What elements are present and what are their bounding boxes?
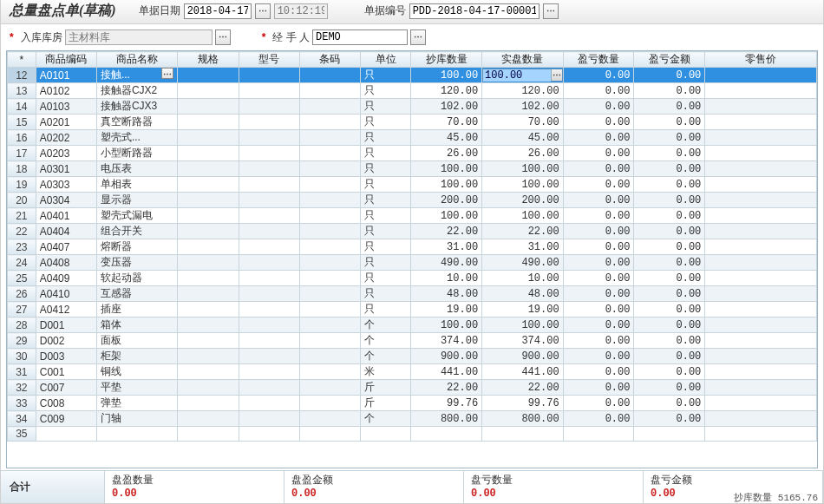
table-row[interactable]: 35 (8, 427, 817, 442)
cell-book-qty[interactable]: 102.00 (411, 99, 482, 115)
table-row[interactable]: 29D002面板个374.00374.000.000.00 (8, 333, 817, 349)
docno-input[interactable] (409, 3, 540, 19)
cell-actual-qty[interactable]: 22.00 (482, 380, 564, 396)
cell-actual-qty[interactable]: 200.00 (482, 193, 564, 208)
cell-book-qty[interactable]: 99.76 (411, 396, 482, 411)
cell-unit[interactable]: 只 (360, 271, 410, 286)
cell-barcode[interactable] (299, 115, 360, 130)
table-row[interactable]: 13A0102接触器CJX2只120.00120.000.000.00 (8, 83, 817, 99)
cell-code[interactable]: A0412 (36, 302, 96, 317)
cell-diff-qty[interactable]: 0.00 (563, 255, 634, 271)
cell-book-qty[interactable]: 26.00 (411, 146, 482, 161)
cell-retail[interactable] (705, 396, 817, 411)
cell-actual-qty[interactable]: 441.00 (482, 364, 564, 380)
cell-actual-qty[interactable]: 100.00 (482, 317, 564, 333)
row-number[interactable]: 35 (8, 427, 36, 442)
table-row[interactable]: 12A0101接触...只100.000.000.00 (8, 68, 817, 83)
cell-model[interactable] (239, 68, 299, 83)
cell-name[interactable]: 弹垫 (96, 396, 178, 411)
cell-spec[interactable] (178, 177, 239, 193)
cell-diff-qty[interactable]: 0.00 (563, 146, 634, 161)
cell-diff-amt[interactable]: 0.00 (634, 271, 705, 286)
col-unit[interactable]: 单位 (360, 52, 410, 68)
row-number[interactable]: 31 (8, 364, 36, 380)
cell-unit[interactable]: 只 (360, 286, 410, 302)
handler-input[interactable] (312, 29, 408, 45)
cell-name[interactable]: 塑壳式... (96, 130, 178, 146)
cell-model[interactable] (239, 333, 299, 349)
cell-actual-qty[interactable]: 100.00 (482, 208, 564, 224)
cell-model[interactable] (239, 130, 299, 146)
cell-actual-qty[interactable]: 99.76 (482, 396, 564, 411)
cell-unit[interactable]: 只 (360, 255, 410, 271)
cell-spec[interactable] (178, 193, 239, 208)
cell-book-qty[interactable]: 441.00 (411, 364, 482, 380)
cell-model[interactable] (239, 396, 299, 411)
table-row[interactable]: 18A0301电压表只100.00100.000.000.00 (8, 161, 817, 177)
cell-model[interactable] (239, 317, 299, 333)
cell-retail[interactable] (705, 239, 817, 255)
cell-retail[interactable] (705, 255, 817, 271)
col-diff_qty[interactable]: 盈亏数量 (563, 52, 634, 68)
row-number[interactable]: 24 (8, 255, 36, 271)
warehouse-picker-button[interactable] (215, 29, 231, 45)
cell-retail[interactable] (705, 380, 817, 396)
cell-diff-amt[interactable]: 0.00 (634, 286, 705, 302)
cell-book-qty[interactable] (411, 427, 482, 442)
cell-name[interactable]: 熔断器 (96, 239, 178, 255)
cell-actual-qty[interactable]: 48.00 (482, 286, 564, 302)
cell-name[interactable]: 小型断路器 (96, 146, 178, 161)
table-row[interactable]: 17A0203小型断路器只26.0026.000.000.00 (8, 146, 817, 161)
row-number[interactable]: 18 (8, 161, 36, 177)
table-row[interactable]: 23A0407熔断器只31.0031.000.000.00 (8, 239, 817, 255)
cell-picker-button[interactable] (161, 68, 173, 79)
cell-code[interactable]: A0201 (36, 115, 96, 130)
row-number[interactable]: 26 (8, 286, 36, 302)
cell-book-qty[interactable]: 120.00 (411, 83, 482, 99)
cell-retail[interactable] (705, 115, 817, 130)
cell-barcode[interactable] (299, 364, 360, 380)
cell-diff-qty[interactable]: 0.00 (563, 224, 634, 239)
row-number[interactable]: 15 (8, 115, 36, 130)
handler-picker-button[interactable] (410, 29, 426, 45)
cell-actual-qty[interactable]: 26.00 (482, 146, 564, 161)
table-row[interactable]: 24A0408变压器只490.00490.000.000.00 (8, 255, 817, 271)
cell-spec[interactable] (178, 333, 239, 349)
cell-unit[interactable]: 只 (360, 99, 410, 115)
cell-diff-qty[interactable]: 0.00 (563, 239, 634, 255)
cell-model[interactable] (239, 208, 299, 224)
cell-unit[interactable]: 只 (360, 83, 410, 99)
cell-spec[interactable] (178, 271, 239, 286)
cell-unit[interactable]: 只 (360, 161, 410, 177)
table-row[interactable]: 16A0202塑壳式...只45.0045.000.000.00 (8, 130, 817, 146)
table-row[interactable]: 31C001铜线米441.00441.000.000.00 (8, 364, 817, 380)
cell-unit[interactable]: 个 (360, 349, 410, 364)
cell-name[interactable]: 塑壳式漏电 (96, 208, 178, 224)
cell-code[interactable]: C008 (36, 396, 96, 411)
cell-retail[interactable] (705, 271, 817, 286)
cell-code[interactable]: D001 (36, 317, 96, 333)
row-number[interactable]: 21 (8, 208, 36, 224)
cell-diff-amt[interactable]: 0.00 (634, 68, 705, 83)
cell-name[interactable]: 柜架 (96, 349, 178, 364)
cell-barcode[interactable] (299, 411, 360, 427)
col-barcode[interactable]: 条码 (299, 52, 360, 68)
cell-barcode[interactable] (299, 317, 360, 333)
cell-name[interactable]: 铜线 (96, 364, 178, 380)
cell-spec[interactable] (178, 68, 239, 83)
cell-spec[interactable] (178, 83, 239, 99)
cell-code[interactable]: A0408 (36, 255, 96, 271)
cell-barcode[interactable] (299, 161, 360, 177)
cell-book-qty[interactable]: 800.00 (411, 411, 482, 427)
cell-code[interactable]: C001 (36, 364, 96, 380)
cell-unit[interactable]: 只 (360, 302, 410, 317)
cell-model[interactable] (239, 146, 299, 161)
cell-model[interactable] (239, 193, 299, 208)
cell-spec[interactable] (178, 427, 239, 442)
cell-book-qty[interactable]: 100.00 (411, 317, 482, 333)
row-number[interactable]: 22 (8, 224, 36, 239)
cell-book-qty[interactable]: 31.00 (411, 239, 482, 255)
cell-barcode[interactable] (299, 146, 360, 161)
cell-diff-amt[interactable]: 0.00 (634, 83, 705, 99)
cell-spec[interactable] (178, 364, 239, 380)
